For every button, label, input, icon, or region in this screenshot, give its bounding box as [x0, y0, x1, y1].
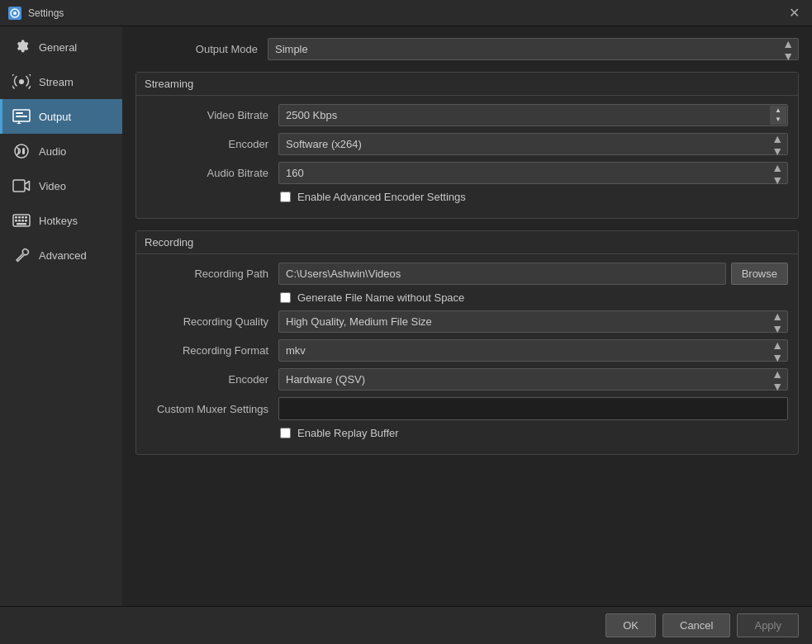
recording-format-select[interactable]: mkv mp4 mov flv ts m3u8 — [278, 339, 788, 362]
close-button[interactable]: ✕ — [784, 3, 804, 23]
svg-rect-16 — [21, 220, 24, 222]
recording-path-input[interactable] — [278, 263, 726, 285]
enable-replay-buffer-checkbox[interactable] — [280, 428, 291, 438]
recording-encoder-label: Encoder — [146, 373, 268, 386]
svg-rect-10 — [15, 216, 17, 219]
enable-advanced-encoder-checkbox[interactable] — [280, 192, 291, 202]
browse-button[interactable]: Browse — [731, 263, 788, 285]
sidebar-item-video[interactable]: Video — [0, 168, 122, 203]
svg-rect-7 — [22, 148, 25, 154]
recording-path-control: Browse — [278, 263, 788, 285]
recording-quality-select[interactable]: Same as stream High Quality, Medium File… — [278, 310, 788, 333]
recording-format-row: Recording Format mkv mp4 mov flv ts m3u8 — [146, 339, 788, 362]
svg-rect-14 — [15, 220, 17, 222]
bottom-bar: OK Cancel Apply — [0, 606, 812, 644]
output-mode-select[interactable]: Simple Advanced — [268, 38, 799, 60]
svg-rect-8 — [13, 180, 25, 192]
video-bitrate-row: Video Bitrate ▲ ▼ — [146, 104, 788, 126]
recording-encoder-control: Software (x264) Hardware (QSV) Hardware … — [278, 368, 788, 391]
recording-quality-select-wrap: Same as stream High Quality, Medium File… — [278, 310, 788, 333]
recording-encoder-select[interactable]: Software (x264) Hardware (QSV) Hardware … — [278, 368, 788, 391]
recording-format-select-wrap: mkv mp4 mov flv ts m3u8 ▲▼ — [278, 339, 788, 362]
video-bitrate-down[interactable]: ▼ — [770, 116, 786, 125]
video-bitrate-input[interactable] — [278, 104, 788, 126]
sidebar-label-general: General — [39, 41, 77, 54]
recording-quality-row: Recording Quality Same as stream High Qu… — [146, 310, 788, 333]
sidebar-label-output: Output — [39, 111, 71, 123]
svg-point-1 — [13, 12, 17, 15]
streaming-title: Streaming — [145, 78, 193, 90]
window-title: Settings — [28, 7, 64, 19]
video-bitrate-up[interactable]: ▲ — [770, 106, 786, 116]
streaming-encoder-control: Software (x264) Hardware (QSV) Hardware … — [278, 133, 788, 155]
sidebar-label-advanced: Advanced — [39, 249, 87, 262]
recording-path-label: Recording Path — [146, 268, 268, 280]
generate-filename-checkbox[interactable] — [280, 292, 291, 303]
sidebar-label-hotkeys: Hotkeys — [39, 215, 78, 227]
recording-encoder-select-wrap: Software (x264) Hardware (QSV) Hardware … — [278, 368, 788, 391]
svg-rect-18 — [17, 223, 26, 225]
title-bar-left: Settings — [8, 7, 64, 20]
audio-bitrate-select[interactable]: 96 128 160 192 256 320 — [278, 162, 788, 184]
recording-format-label: Recording Format — [146, 344, 268, 357]
streaming-encoder-select[interactable]: Software (x264) Hardware (QSV) Hardware … — [278, 133, 788, 155]
streaming-encoder-row: Encoder Software (x264) Hardware (QSV) H… — [146, 133, 788, 155]
cancel-button[interactable]: Cancel — [662, 613, 730, 637]
custom-muxer-row: Custom Muxer Settings — [146, 397, 788, 420]
audio-bitrate-row: Audio Bitrate 96 128 160 192 256 320 — [146, 162, 788, 184]
recording-section: Recording Recording Path Browse Generate… — [135, 230, 799, 455]
video-bitrate-label: Video Bitrate — [146, 109, 268, 121]
keyboard-icon — [12, 211, 31, 230]
recording-section-header: Recording — [136, 231, 798, 254]
audio-bitrate-label: Audio Bitrate — [146, 167, 268, 179]
gear-icon — [12, 38, 31, 56]
recording-quality-control: Same as stream High Quality, Medium File… — [278, 310, 788, 333]
sidebar-item-advanced[interactable]: Advanced — [0, 238, 122, 272]
recording-quality-label: Recording Quality — [146, 315, 268, 328]
sidebar-label-stream: Stream — [39, 76, 74, 88]
enable-replay-buffer-label[interactable]: Enable Replay Buffer — [297, 427, 399, 439]
output-mode-select-wrap: Simple Advanced ▲▼ — [268, 38, 799, 60]
svg-rect-15 — [18, 220, 21, 222]
ok-button[interactable]: OK — [605, 613, 656, 637]
generate-filename-row: Generate File Name without Space — [146, 291, 788, 304]
recording-path-row: Recording Path Browse — [146, 263, 788, 285]
content-area: Output Mode Simple Advanced ▲▼ Streaming… — [122, 26, 812, 606]
streaming-encoder-label: Encoder — [146, 138, 268, 150]
output-mode-label: Output Mode — [135, 43, 258, 55]
sidebar: General Stream — [0, 26, 122, 606]
streaming-section-body: Video Bitrate ▲ ▼ Encoder — [136, 96, 798, 218]
apply-button[interactable]: Apply — [737, 613, 799, 637]
streaming-section-header: Streaming — [136, 73, 798, 96]
svg-rect-5 — [16, 116, 27, 117]
recording-format-control: mkv mp4 mov flv ts m3u8 ▲▼ — [278, 339, 788, 362]
video-bitrate-control: ▲ ▼ — [278, 104, 788, 126]
svg-rect-12 — [21, 216, 24, 219]
stream-icon — [12, 73, 31, 91]
sidebar-item-audio[interactable]: Audio — [0, 134, 122, 168]
sidebar-item-hotkeys[interactable]: Hotkeys — [0, 203, 122, 238]
sidebar-item-general[interactable]: General — [0, 30, 122, 64]
svg-point-2 — [19, 79, 24, 84]
title-bar: Settings ✕ — [0, 0, 812, 26]
recording-section-body: Recording Path Browse Generate File Name… — [136, 254, 798, 454]
streaming-encoder-select-wrap: Software (x264) Hardware (QSV) Hardware … — [278, 133, 788, 155]
svg-rect-13 — [25, 216, 27, 219]
enable-advanced-encoder-label[interactable]: Enable Advanced Encoder Settings — [297, 191, 466, 203]
custom-muxer-input[interactable] — [278, 397, 788, 420]
replay-buffer-row: Enable Replay Buffer — [146, 427, 788, 439]
advanced-encoder-row: Enable Advanced Encoder Settings — [146, 191, 788, 203]
sidebar-item-stream[interactable]: Stream — [0, 64, 122, 99]
video-bitrate-spinbox: ▲ ▼ — [278, 104, 788, 126]
audio-icon — [12, 142, 31, 160]
output-mode-row: Output Mode Simple Advanced ▲▼ — [135, 38, 799, 60]
audio-bitrate-control: 96 128 160 192 256 320 ▲▼ — [278, 162, 788, 184]
sidebar-item-output[interactable]: Output — [0, 99, 122, 134]
sidebar-label-video: Video — [39, 180, 66, 192]
audio-bitrate-select-wrap: 96 128 160 192 256 320 ▲▼ — [278, 162, 788, 184]
generate-filename-label[interactable]: Generate File Name without Space — [297, 291, 464, 304]
sidebar-label-audio: Audio — [39, 145, 66, 158]
custom-muxer-control — [278, 397, 788, 420]
wrench-icon — [12, 246, 31, 264]
streaming-section: Streaming Video Bitrate ▲ ▼ — [135, 72, 799, 219]
